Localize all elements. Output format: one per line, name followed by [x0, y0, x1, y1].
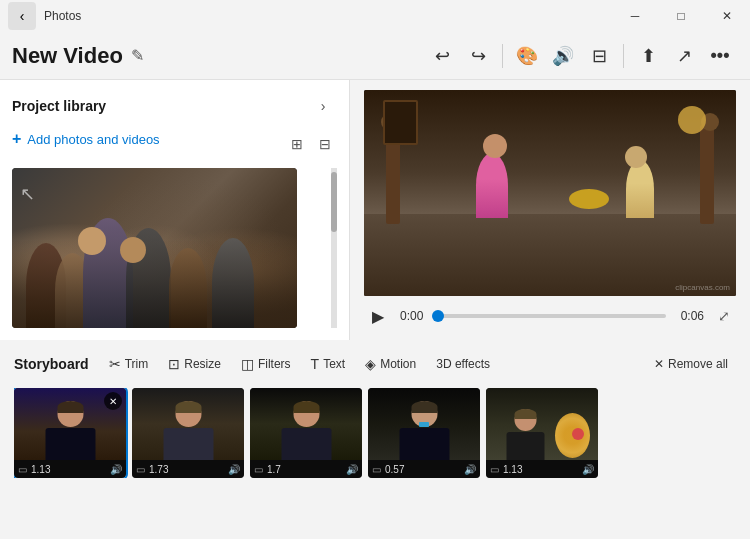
- clip-1-scene: ✕: [14, 388, 126, 460]
- clip-5-info: ▭ 1.13 🔊: [486, 460, 598, 478]
- clip-4[interactable]: ▭ 0.57 🔊: [368, 388, 480, 478]
- title-bar: ‹ Photos ─ □ ✕: [0, 0, 750, 32]
- clip-1-duration: 1.13: [31, 464, 50, 475]
- text-label: Text: [323, 357, 345, 371]
- video-scene: clipcanvas.com: [364, 90, 736, 296]
- clip-4-duration: 0.57: [385, 464, 404, 475]
- motion-icon: ◈: [365, 356, 376, 372]
- clip-5-duration: 1.13: [503, 464, 522, 475]
- grid-icon: ⊞: [291, 136, 303, 152]
- split-icon: ⊟: [592, 45, 607, 67]
- remove-all-button[interactable]: ✕ Remove all: [646, 353, 736, 375]
- project-library-header: Project library ›: [12, 92, 337, 120]
- project-library-title: Project library: [12, 98, 106, 114]
- upload-button[interactable]: ⬆: [630, 38, 666, 74]
- clip-5-audio-icon: 🔊: [582, 464, 594, 475]
- video-watermark: clipcanvas.com: [675, 283, 730, 292]
- clip-5[interactable]: ▭ 1.13 🔊: [486, 388, 598, 478]
- video-preview-panel: clipcanvas.com ▶ 0:00 0:06 ⤢: [350, 80, 750, 340]
- progress-handle[interactable]: [432, 310, 444, 322]
- redo-icon: ↪: [471, 45, 486, 67]
- window-controls: ─ □ ✕: [612, 0, 750, 32]
- collapse-panel-button[interactable]: ›: [309, 92, 337, 120]
- separator-1: [502, 44, 503, 68]
- project-library-panel: Project library › + Add photos and video…: [0, 80, 350, 340]
- trim-icon: ✂: [109, 356, 121, 372]
- 3d-effects-tool[interactable]: 3D effects: [428, 353, 498, 375]
- filters-label: Filters: [258, 357, 291, 371]
- clip-1-info: ▭ 1.13 🔊: [14, 460, 126, 478]
- add-media-row: + Add photos and videos ⊞ ⊟: [12, 130, 337, 158]
- share-icon: ↗: [677, 45, 692, 67]
- clip-1[interactable]: ✕ ▭ 1.13 🔊: [14, 388, 126, 478]
- collapse-icon: ›: [321, 98, 326, 114]
- list-icon: ⊟: [319, 136, 331, 152]
- clip-2[interactable]: ▭ 1.73 🔊: [132, 388, 244, 478]
- upload-icon: ⬆: [641, 45, 656, 67]
- more-button[interactable]: •••: [702, 38, 738, 74]
- clip-5-type-icon: ▭: [490, 464, 499, 475]
- toolbar: New Video ✎ ↩ ↪ 🎨 🔊 ⊟ ⬆ ↗ •••: [0, 32, 750, 80]
- clip-2-audio-icon: 🔊: [228, 464, 240, 475]
- clip-4-info: ▭ 0.57 🔊: [368, 460, 480, 478]
- minimize-button[interactable]: ─: [612, 0, 658, 32]
- filters-icon: ◫: [241, 356, 254, 372]
- remove-all-label: Remove all: [668, 357, 728, 371]
- trim-tool[interactable]: ✂ Trim: [101, 352, 157, 376]
- grid-view-button[interactable]: ⊞: [285, 132, 309, 156]
- edit-title-button[interactable]: ✎: [131, 46, 144, 65]
- fullscreen-button[interactable]: ⤢: [712, 304, 736, 328]
- fullscreen-icon: ⤢: [718, 308, 730, 324]
- clip-1-audio-icon: 🔊: [110, 464, 122, 475]
- storyboard-title: Storyboard: [14, 356, 89, 372]
- color-icon: 🎨: [516, 45, 538, 67]
- clip-5-scene: [486, 388, 598, 460]
- 3d-effects-label: 3D effects: [436, 357, 490, 371]
- clip-2-duration: 1.73: [149, 464, 168, 475]
- text-tool[interactable]: T Text: [303, 352, 354, 376]
- clip-3[interactable]: ▭ 1.7 🔊: [250, 388, 362, 478]
- redo-button[interactable]: ↪: [460, 38, 496, 74]
- resize-label: Resize: [184, 357, 221, 371]
- split-button[interactable]: ⊟: [581, 38, 617, 74]
- video-preview: clipcanvas.com: [364, 90, 736, 296]
- filters-tool[interactable]: ◫ Filters: [233, 352, 299, 376]
- clip-2-type-icon: ▭: [136, 464, 145, 475]
- add-media-button[interactable]: + Add photos and videos: [12, 130, 160, 148]
- clip-3-duration: 1.7: [267, 464, 281, 475]
- add-media-label: Add photos and videos: [27, 132, 159, 147]
- clip-2-scene: [132, 388, 244, 460]
- clip-4-scene: [368, 388, 480, 460]
- maximize-icon: □: [677, 9, 684, 23]
- trim-label: Trim: [125, 357, 149, 371]
- resize-tool[interactable]: ⊡ Resize: [160, 352, 229, 376]
- progress-bar[interactable]: [438, 314, 666, 318]
- maximize-button[interactable]: □: [658, 0, 704, 32]
- clip-1-close-button[interactable]: ✕: [104, 392, 122, 410]
- clip-1-type-icon: ▭: [18, 464, 27, 475]
- list-view-button[interactable]: ⊟: [313, 132, 337, 156]
- story-clips: ✕ ▭ 1.13 🔊: [14, 388, 736, 478]
- share-button[interactable]: ↗: [666, 38, 702, 74]
- storyboard-header: Storyboard ✂ Trim ⊡ Resize ◫ Filters T T…: [14, 350, 736, 378]
- clip-4-type-icon: ▭: [372, 464, 381, 475]
- play-button[interactable]: ▶: [364, 302, 392, 330]
- more-icon: •••: [711, 45, 730, 66]
- scroll-thumb: [331, 172, 337, 232]
- plus-icon: +: [12, 130, 21, 148]
- audio-button[interactable]: 🔊: [545, 38, 581, 74]
- motion-tool[interactable]: ◈ Motion: [357, 352, 424, 376]
- separator-2: [623, 44, 624, 68]
- color-button[interactable]: 🎨: [509, 38, 545, 74]
- resize-icon: ⊡: [168, 356, 180, 372]
- media-thumbnail[interactable]: ↖: [12, 168, 297, 328]
- undo-button[interactable]: ↩: [424, 38, 460, 74]
- text-icon: T: [311, 356, 320, 372]
- clip-3-scene: [250, 388, 362, 460]
- video-title: New Video: [12, 43, 123, 69]
- back-button[interactable]: ‹: [8, 2, 36, 30]
- close-button[interactable]: ✕: [704, 0, 750, 32]
- motion-label: Motion: [380, 357, 416, 371]
- scrollbar[interactable]: [331, 168, 337, 328]
- view-toggle: ⊞ ⊟: [285, 132, 337, 156]
